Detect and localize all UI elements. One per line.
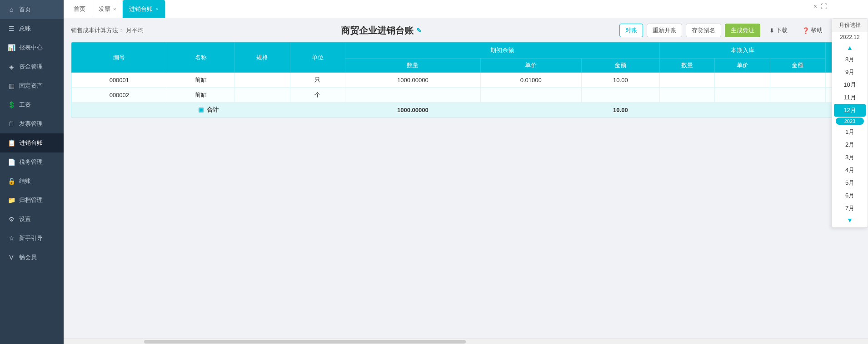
month-item-12[interactable]: 12月 — [834, 104, 866, 117]
month-item-5[interactable]: 5月 — [832, 177, 868, 189]
tab-home-label: 首页 — [74, 5, 85, 13]
sidebar-item-inventory[interactable]: 📋 进销台账 — [0, 133, 64, 152]
sidebar-item-closing[interactable]: 🔒 结账 — [0, 172, 64, 191]
month-item-2[interactable]: 2月 — [832, 138, 868, 151]
sidebar-item-finance[interactable]: ◈ 资金管理 — [0, 57, 64, 76]
scrollbar-thumb[interactable] — [144, 340, 466, 344]
sidebar-item-archive[interactable]: 📁 归档管理 — [0, 191, 64, 210]
month-item-4[interactable]: 4月 — [832, 164, 868, 177]
guide-icon: ☆ — [7, 235, 15, 242]
cell-code: 000002 — [72, 88, 167, 103]
sidebar: ⌂ 首页 ☰ 总账 📊 报表中心 ◈ 资金管理 ▦ 固定资产 💲 工资 🗒 发票… — [0, 0, 64, 344]
col-unit: 单位 — [290, 43, 345, 73]
sidebar-item-label: 进销台账 — [19, 139, 43, 147]
generate-voucher-button[interactable]: 生成凭证 — [725, 24, 760, 37]
inventory-icon: 📋 — [7, 139, 15, 147]
col-ob-amount: 金额 — [581, 59, 659, 73]
sidebar-item-member[interactable]: V 畅会员 — [0, 248, 64, 267]
sidebar-item-assets[interactable]: ▦ 固定资产 — [0, 76, 64, 95]
sidebar-item-ledger[interactable]: ☰ 总账 — [0, 19, 64, 38]
help-button[interactable]: ❓ 帮助 — [797, 24, 828, 37]
cell-ob-price: 0.01000 — [480, 73, 581, 88]
salary-icon: 💲 — [7, 101, 15, 108]
tab-invoice-label: 发票 — [99, 5, 110, 13]
tab-inventory-close[interactable]: × — [155, 6, 158, 12]
cell-in-amount — [770, 73, 825, 88]
cell-in-qty — [659, 88, 715, 103]
month-item-3[interactable]: 3月 — [832, 151, 868, 164]
sidebar-item-label: 总账 — [19, 25, 31, 33]
ledger-icon: ☰ — [7, 25, 15, 32]
tax-icon: 📄 — [7, 158, 15, 166]
cell-ob-price — [480, 88, 581, 103]
current-year-label: 2022.12 — [832, 32, 868, 42]
sidebar-item-label: 工资 — [19, 101, 31, 109]
cost-method-value: 月平均 — [126, 27, 144, 34]
sidebar-item-salary[interactable]: 💲 工资 — [0, 95, 64, 114]
sidebar-item-label: 固定资产 — [19, 82, 43, 90]
info-bar: 销售成本计算方法： 月平均 商贸企业进销台账 ✎ 对账 重新开账 存货别名 生成… — [71, 24, 861, 37]
col-ob-qty: 数量 — [345, 59, 481, 73]
reopen-button[interactable]: 重新开账 — [647, 24, 682, 37]
col-current-in: 本期入库 — [659, 43, 825, 59]
sidebar-item-label: 报表中心 — [19, 44, 43, 52]
settings-icon: ⚙ — [7, 216, 15, 223]
month-panel-title: 月份选择 — [832, 19, 868, 32]
cell-in-qty — [659, 73, 715, 88]
table-total-row: ▣ 合计 1000.00000 10.00 — [72, 103, 860, 118]
col-in-amount: 金额 — [770, 59, 825, 73]
inventory-table-container: 编号 名称 规格 单位 期初余额 本期入库 数 数量 单价 金额 数量 单价 — [71, 42, 861, 118]
month-prev-button[interactable]: ▲ — [847, 44, 853, 51]
total-label: ▣ 合计 — [72, 103, 345, 118]
month-item-7[interactable]: 7月 — [832, 202, 868, 215]
month-item-10[interactable]: 10月 — [832, 79, 868, 91]
sidebar-item-tax[interactable]: 📄 税务管理 — [0, 152, 64, 172]
save-alias-button[interactable]: 存货别名 — [686, 24, 721, 37]
sidebar-item-settings[interactable]: ⚙ 设置 — [0, 210, 64, 229]
month-item-9[interactable]: 9月 — [832, 66, 868, 79]
tab-invoice[interactable]: 发票 × — [92, 0, 123, 18]
reports-icon: 📊 — [7, 44, 15, 51]
sidebar-item-home[interactable]: ⌂ 首页 — [0, 0, 64, 19]
edit-title-icon[interactable]: ✎ — [416, 27, 422, 34]
sidebar-item-label: 新手引导 — [19, 234, 43, 242]
sidebar-item-guide[interactable]: ☆ 新手引导 — [0, 229, 64, 248]
cell-spec — [235, 88, 290, 103]
download-button[interactable]: ⬇ 下载 — [764, 24, 793, 37]
cell-in-price — [715, 73, 770, 88]
sidebar-item-label: 税务管理 — [19, 158, 43, 166]
month-next-button[interactable]: ▼ — [847, 216, 853, 224]
col-ob-price: 单价 — [480, 59, 581, 73]
member-icon: V — [7, 254, 15, 261]
cell-ob-qty: 1000.00000 — [345, 73, 481, 88]
sidebar-item-label: 设置 — [19, 215, 31, 223]
reconcile-button[interactable]: 对账 — [619, 24, 643, 37]
next-year-badge: 2023 — [836, 118, 864, 125]
month-item-8[interactable]: 8月 — [832, 53, 868, 66]
col-in-qty: 数量 — [659, 59, 715, 73]
toolbar-buttons: 对账 重新开账 存货别名 生成凭证 ⬇ 下载 ❓ 帮助 ↺ 刷新 — [619, 24, 861, 37]
cell-name: 前缸 — [167, 73, 234, 88]
total-ob-qty: 1000.00000 — [345, 103, 481, 118]
close-button[interactable]: × — [813, 3, 817, 10]
total-in-amount — [770, 103, 825, 118]
total-ob-amount: 10.00 — [581, 103, 659, 118]
maximize-button[interactable]: ⛶ — [821, 3, 827, 10]
horizontal-scrollbar[interactable] — [64, 339, 868, 344]
cell-in-amount — [770, 88, 825, 103]
tab-home[interactable]: 首页 — [67, 0, 92, 18]
cost-method-label: 销售成本计算方法： — [71, 27, 124, 34]
sidebar-item-reports[interactable]: 📊 报表中心 — [0, 38, 64, 57]
col-in-price: 单价 — [715, 59, 770, 73]
month-item-1[interactable]: 1月 — [832, 126, 868, 138]
tab-invoice-close[interactable]: × — [113, 6, 116, 12]
tab-inventory-label: 进销台账 — [129, 5, 153, 13]
tab-bar: 首页 发票 × 进销台账 × — [64, 0, 868, 18]
month-item-6[interactable]: 6月 — [832, 189, 868, 202]
month-item-11[interactable]: 11月 — [832, 91, 868, 104]
tab-inventory[interactable]: 进销台账 × — [123, 0, 165, 18]
cell-code: 000001 — [72, 73, 167, 88]
sidebar-item-label: 发票管理 — [19, 120, 43, 128]
sidebar-item-label: 资金管理 — [19, 63, 43, 71]
sidebar-item-invoice[interactable]: 🗒 发票管理 — [0, 114, 64, 133]
